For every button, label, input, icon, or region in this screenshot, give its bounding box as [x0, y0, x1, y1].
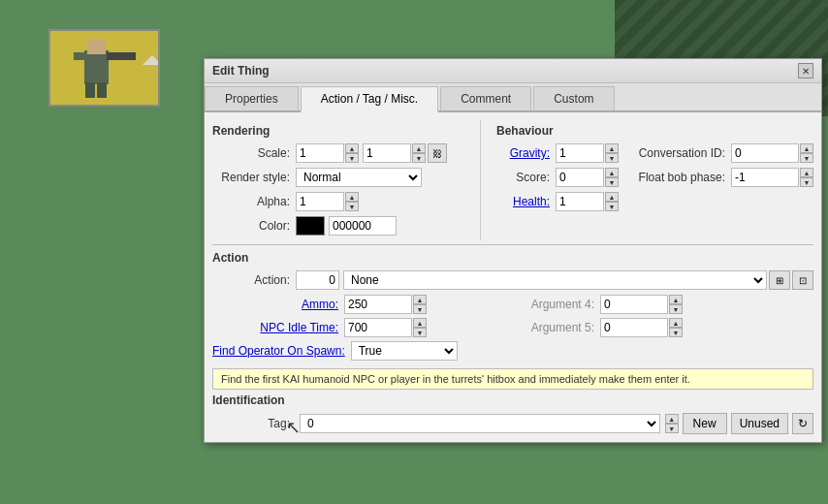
arg5-up[interactable]: ▲	[669, 318, 683, 328]
rendering-panel: Rendering Scale: ▲ ▼ ▲	[212, 120, 481, 240]
conv-id-label: Conversation ID:	[628, 146, 725, 160]
action-icon-btn-2[interactable]: ⊡	[792, 270, 813, 290]
svg-rect-2	[87, 39, 106, 54]
health-input[interactable]	[556, 192, 604, 211]
conv-id-up[interactable]: ▲	[800, 143, 813, 153]
unused-button[interactable]: Unused	[731, 413, 788, 434]
gravity-group: ▲ ▼	[556, 143, 619, 163]
action-label: Action:	[212, 273, 290, 287]
tab-custom[interactable]: Custom	[533, 86, 614, 110]
tab-properties[interactable]: Properties	[205, 86, 299, 110]
health-label[interactable]: Health:	[496, 195, 550, 208]
action-section: Action Action: None ⊞ ⊡ Ammo:	[212, 251, 813, 390]
close-button[interactable]: ✕	[798, 63, 813, 79]
score-spinner: ▲ ▼	[605, 168, 619, 187]
arg4-down[interactable]: ▼	[669, 304, 683, 314]
tag-down[interactable]: ▼	[665, 424, 679, 433]
npc-idle-down[interactable]: ▼	[413, 328, 427, 337]
gravity-spinner: ▲ ▼	[605, 143, 619, 163]
float-group: Float bob phase: ▲ ▼	[628, 168, 813, 187]
score-group: ▲ ▼	[556, 168, 619, 187]
alpha-spinner: ▲ ▼	[345, 192, 359, 211]
arg5-row: Argument 5: ▲ ▼	[517, 318, 813, 337]
health-down[interactable]: ▼	[605, 202, 619, 211]
gravity-down[interactable]: ▼	[605, 153, 619, 163]
tag-up[interactable]: ▲	[665, 414, 679, 424]
scale-y-up[interactable]: ▲	[412, 143, 426, 153]
conv-id-down[interactable]: ▼	[800, 153, 813, 163]
dialog-titlebar: Edit Thing ✕	[205, 59, 821, 83]
action-num-input[interactable]	[296, 270, 339, 290]
identification-section: Identification Tag: 0 ▲ ▼ New Unused ↻	[212, 394, 813, 434]
float-phase-down[interactable]: ▼	[800, 177, 813, 187]
scale-x-up[interactable]: ▲	[345, 143, 359, 153]
scale-row: Scale: ▲ ▼ ▲ ▼	[212, 143, 472, 163]
scale-y-group: ▲ ▼	[363, 143, 426, 163]
svg-rect-3	[107, 52, 136, 60]
tab-comment[interactable]: Comment	[440, 86, 531, 110]
tab-action-tag-misc[interactable]: Action / Tag / Misc.	[301, 86, 438, 112]
action-icon-btn-1[interactable]: ⊞	[769, 270, 790, 290]
action-row: Action: None ⊞ ⊡	[212, 270, 813, 290]
score-down[interactable]: ▼	[605, 177, 619, 187]
npc-idle-group: ▲ ▼	[344, 318, 427, 337]
ammo-input[interactable]	[344, 295, 412, 314]
health-group: ▲ ▼	[556, 192, 619, 211]
svg-rect-6	[97, 82, 107, 98]
npc-idle-up[interactable]: ▲	[413, 318, 427, 328]
gravity-up[interactable]: ▲	[605, 143, 619, 153]
health-spinner: ▲ ▼	[605, 192, 619, 211]
float-phase-input[interactable]	[731, 168, 799, 187]
npc-idle-spinner: ▲ ▼	[413, 318, 427, 337]
ammo-up[interactable]: ▲	[413, 295, 427, 304]
behaviour-label: Behaviour	[496, 124, 813, 138]
alpha-down[interactable]: ▼	[345, 202, 359, 211]
ammo-down[interactable]: ▼	[413, 304, 427, 314]
npc-idle-label[interactable]: NPC Idle Time:	[212, 321, 338, 334]
args-right: Argument 4: ▲ ▼ Argument 5:	[517, 295, 813, 364]
scale-x-input[interactable]	[296, 143, 344, 163]
new-button[interactable]: New	[683, 413, 727, 434]
find-op-select[interactable]: True False	[351, 341, 458, 361]
gravity-label[interactable]: Gravity:	[496, 146, 550, 160]
arg5-group: ▲ ▼	[600, 318, 683, 337]
id-row: Tag: 0 ▲ ▼ New Unused ↻	[212, 413, 813, 434]
refresh-button[interactable]: ↻	[792, 413, 813, 434]
gravity-conv-row: Gravity: ▲ ▼ Conversation ID:	[496, 143, 813, 163]
alpha-up[interactable]: ▲	[345, 192, 359, 202]
alpha-input[interactable]	[296, 192, 344, 211]
npc-idle-input[interactable]	[344, 318, 412, 337]
float-phase-up[interactable]: ▲	[800, 168, 813, 177]
gravity-input[interactable]	[556, 143, 604, 163]
action-select[interactable]: None	[343, 270, 767, 290]
score-up[interactable]: ▲	[605, 168, 619, 177]
edit-thing-dialog: Edit Thing ✕ Properties Action / Tag / M…	[204, 58, 822, 443]
render-style-select[interactable]: Normal Additive Translucent Masked	[296, 168, 422, 187]
svg-rect-5	[85, 82, 95, 98]
color-label: Color:	[212, 219, 290, 233]
conv-id-input[interactable]	[731, 143, 799, 163]
health-up[interactable]: ▲	[605, 192, 619, 202]
tag-select[interactable]: 0	[300, 414, 660, 433]
args-area: Ammo: ▲ ▼ NPC Idle Time:	[212, 295, 813, 364]
tag-label: Tag:	[212, 417, 290, 430]
arg5-label: Argument 5:	[517, 321, 594, 334]
scale-y-input[interactable]	[363, 143, 411, 163]
score-input[interactable]	[556, 168, 604, 187]
ammo-label[interactable]: Ammo:	[212, 298, 338, 311]
color-input[interactable]	[329, 216, 397, 236]
arg5-down[interactable]: ▼	[669, 328, 683, 337]
scale-y-down[interactable]: ▼	[412, 153, 426, 163]
find-op-row: Find Operator On Spawn: True False	[212, 341, 509, 361]
scale-x-down[interactable]: ▼	[345, 153, 359, 163]
find-op-label[interactable]: Find Operator On Spawn:	[212, 344, 345, 358]
alpha-group: ▲ ▼	[296, 192, 359, 211]
arg4-up[interactable]: ▲	[669, 295, 683, 304]
arg4-input[interactable]	[600, 295, 668, 314]
color-swatch[interactable]	[296, 216, 325, 236]
arg4-group: ▲ ▼	[600, 295, 683, 314]
args-left: Ammo: ▲ ▼ NPC Idle Time:	[212, 295, 509, 364]
score-label: Score:	[496, 171, 550, 184]
arg5-input[interactable]	[600, 318, 668, 337]
link-scale-button[interactable]: ⛓	[428, 143, 447, 163]
